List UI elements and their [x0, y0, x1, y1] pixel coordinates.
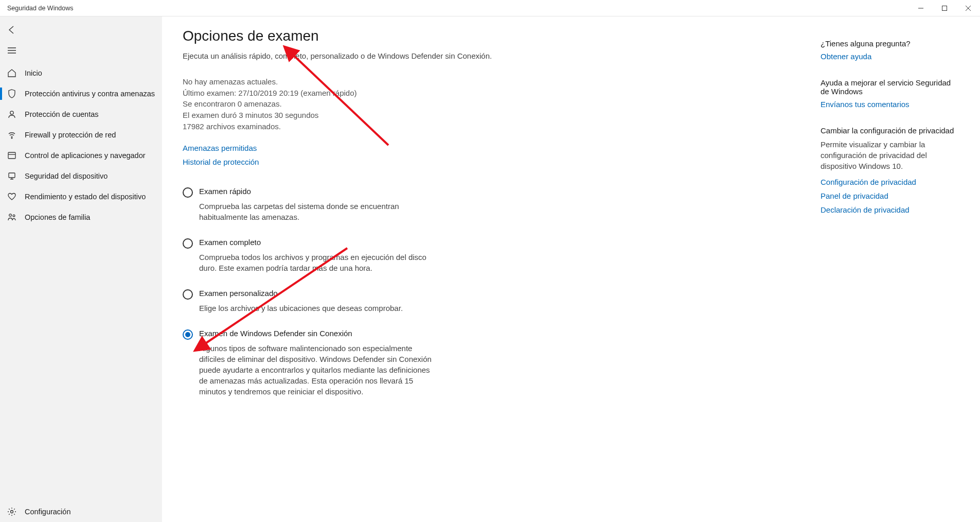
- hamburger-icon: [7, 46, 16, 55]
- help-panel: ¿Tienes alguna pregunta? Obtener ayuda A…: [821, 28, 959, 512]
- help-question-title: ¿Tienes alguna pregunta?: [821, 39, 959, 48]
- sidebar-item-label: Protección de cuentas: [25, 110, 98, 118]
- network-icon: [7, 130, 16, 140]
- sidebar-item-family[interactable]: Opciones de familia: [0, 207, 162, 228]
- radio-button[interactable]: [183, 238, 193, 249]
- sidebar-item-label: Configuración: [25, 508, 70, 516]
- protection-history-link[interactable]: Historial de protección: [183, 158, 496, 166]
- svg-rect-0: [942, 6, 947, 10]
- svg-point-7: [11, 511, 13, 513]
- status-no-threats: No hay amenazas actuales.: [183, 76, 496, 88]
- back-arrow-icon: [7, 25, 16, 34]
- sidebar-item-appbrowser[interactable]: Control de aplicaciones y navegador: [0, 145, 162, 166]
- help-improve-title: Ayuda a mejorar el servicio Seguridad de…: [821, 78, 959, 96]
- help-privacy-title: Cambiar la configuración de privacidad: [821, 126, 959, 135]
- account-icon: [7, 110, 16, 119]
- sidebar-item-label: Opciones de familia: [25, 213, 90, 221]
- privacy-declaration-link[interactable]: Declaración de privacidad: [821, 205, 959, 214]
- sidebar-item-label: Control de aplicaciones y navegador: [25, 151, 146, 160]
- privacy-panel-link[interactable]: Panel de privacidad: [821, 192, 959, 200]
- family-icon: [7, 213, 16, 222]
- sidebar-item-firewall[interactable]: Firewall y protección de red: [0, 125, 162, 145]
- page-title: Opciones de examen: [183, 28, 496, 44]
- titlebar: Seguridad de Windows: [0, 0, 980, 16]
- close-button[interactable]: [956, 0, 980, 16]
- svg-rect-4: [9, 173, 15, 178]
- status-duration: El examen duró 3 minutos 30 segundos: [183, 110, 496, 121]
- svg-point-6: [13, 215, 15, 217]
- scan-option-desc: Comprueba las carpetas del sistema donde…: [199, 201, 436, 222]
- feedback-link[interactable]: Envíanos tus comentarios: [821, 100, 959, 109]
- sidebar-item-devicesec[interactable]: Seguridad del dispositivo: [0, 166, 162, 186]
- scan-option-custom[interactable]: Examen personalizado Elige los archivos …: [183, 289, 496, 314]
- scan-option-desc: Elige los archivos y las ubicaciones que…: [199, 303, 403, 314]
- sidebar-item-label: Inicio: [25, 69, 42, 77]
- scan-option-offline[interactable]: Examen de Windows Defender sin Conexión …: [183, 329, 496, 397]
- svg-point-5: [9, 214, 12, 217]
- scan-option-desc: Comprueba todos los archivos y programas…: [199, 252, 436, 273]
- heart-icon: [7, 192, 16, 201]
- svg-rect-3: [8, 152, 15, 159]
- radio-button[interactable]: [183, 187, 193, 198]
- radio-button[interactable]: [183, 289, 193, 300]
- sidebar-item-label: Seguridad del dispositivo: [25, 172, 108, 180]
- svg-point-1: [10, 111, 13, 114]
- back-button[interactable]: [0, 20, 162, 40]
- device-security-icon: [7, 171, 16, 181]
- minimize-button[interactable]: [909, 0, 933, 16]
- scan-option-quick[interactable]: Examen rápido Comprueba las carpetas del…: [183, 187, 496, 222]
- svg-point-2: [11, 137, 12, 138]
- scan-option-desc: Algunos tipos de software malintencionad…: [199, 343, 436, 397]
- status-files: 17982 archivos examinados.: [183, 121, 496, 132]
- status-last-scan: Último examen: 27/10/2019 20:19 (examen …: [183, 88, 496, 99]
- window-controls: [909, 0, 980, 16]
- gear-icon: [7, 507, 16, 516]
- app-browser-icon: [7, 151, 16, 160]
- sidebar-item-label: Firewall y protección de red: [25, 131, 116, 139]
- scan-status: No hay amenazas actuales. Último examen:…: [183, 76, 496, 132]
- sidebar-item-virus[interactable]: Protección antivirus y contra amenazas: [0, 83, 162, 104]
- page-subtitle: Ejecuta un análisis rápido, completo, pe…: [183, 50, 496, 62]
- scan-option-full[interactable]: Examen completo Comprueba todos los arch…: [183, 238, 496, 273]
- scan-option-title: Examen personalizado: [199, 289, 403, 298]
- shield-icon: [7, 89, 16, 98]
- scan-options-list: Examen rápido Comprueba las carpetas del…: [183, 187, 496, 397]
- home-icon: [7, 68, 16, 78]
- hamburger-button[interactable]: [0, 40, 162, 61]
- maximize-button[interactable]: [933, 0, 956, 16]
- sidebar-item-account[interactable]: Protección de cuentas: [0, 104, 162, 125]
- main-content: Opciones de examen Ejecuta un análisis r…: [162, 16, 980, 522]
- sidebar-item-home[interactable]: Inicio: [0, 63, 162, 83]
- get-help-link[interactable]: Obtener ayuda: [821, 52, 959, 61]
- window-title: Seguridad de Windows: [7, 5, 74, 12]
- sidebar-item-performance[interactable]: Rendimiento y estado del dispositivo: [0, 186, 162, 207]
- sidebar: Inicio Protección antivirus y contra ame…: [0, 16, 162, 522]
- scan-option-title: Examen rápido: [199, 187, 436, 196]
- privacy-settings-link[interactable]: Configuración de privacidad: [821, 178, 959, 186]
- radio-button[interactable]: [183, 329, 193, 340]
- scan-option-title: Examen de Windows Defender sin Conexión: [199, 329, 436, 338]
- sidebar-item-settings[interactable]: Configuración: [0, 501, 162, 522]
- sidebar-item-label: Protección antivirus y contra amenazas: [25, 90, 155, 98]
- allowed-threats-link[interactable]: Amenazas permitidas: [183, 144, 496, 152]
- sidebar-item-label: Rendimiento y estado del dispositivo: [25, 193, 146, 201]
- help-privacy-text: Permite visualizar y cambiar la configur…: [821, 139, 959, 171]
- status-found: Se encontraron 0 amenazas.: [183, 98, 496, 110]
- scan-option-title: Examen completo: [199, 238, 436, 247]
